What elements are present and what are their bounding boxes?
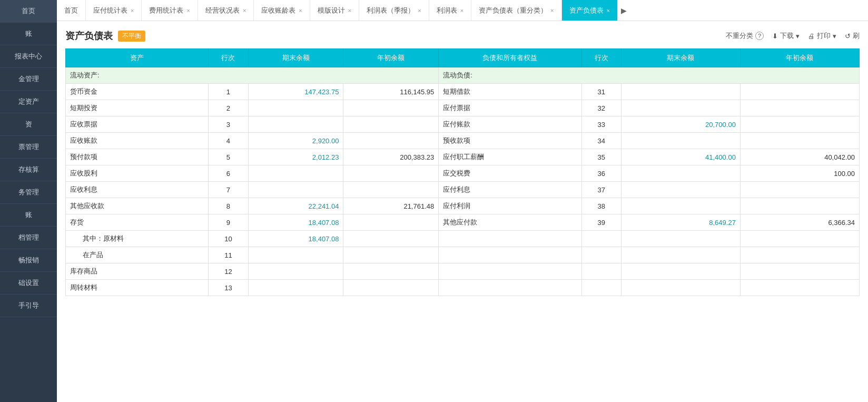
- left-row-num[interactable]: 1: [209, 84, 248, 100]
- right-row-num[interactable]: 32: [581, 100, 621, 116]
- table-row: 存货 9 18,407.08 其他应付款 39 8,649.27 6,366.3…: [66, 214, 860, 231]
- tab-receivable-aging[interactable]: 应收账龄表 ×: [254, 0, 310, 21]
- sidebar-item-ticket-mgmt[interactable]: 票管理: [0, 136, 57, 159]
- right-row-num[interactable]: 31: [581, 84, 621, 100]
- right-row-num[interactable]: 39: [581, 214, 621, 231]
- refresh-button[interactable]: ↺ 刷: [845, 31, 860, 41]
- left-label: 其中：原材料: [66, 231, 209, 247]
- right-begin-balance: [740, 116, 859, 133]
- left-end-balance[interactable]: 2,012.23: [248, 149, 343, 165]
- left-row-num[interactable]: 7: [209, 182, 248, 198]
- right-label: 应交税费: [439, 165, 581, 182]
- right-row-num[interactable]: 35: [581, 149, 621, 165]
- right-end-balance[interactable]: 20,700.00: [621, 116, 740, 133]
- sidebar-item-cash-mgmt[interactable]: 金管理: [0, 68, 57, 91]
- tab-home[interactable]: 首页: [57, 0, 86, 21]
- tab-balance-reclassified[interactable]: 资产负债表（重分类） ×: [471, 0, 561, 21]
- close-icon[interactable]: ×: [607, 7, 610, 14]
- tab-template-design[interactable]: 模版设计 ×: [310, 0, 359, 21]
- help-icon[interactable]: ?: [755, 32, 764, 40]
- left-row-num[interactable]: 11: [209, 247, 248, 263]
- sidebar-item-inventory[interactable]: 存核算: [0, 159, 57, 181]
- sidebar-item-home[interactable]: 首页: [0, 0, 57, 23]
- tab-operation-status[interactable]: 经营状况表 ×: [198, 0, 254, 21]
- left-label: 其他应收款: [66, 198, 209, 214]
- close-icon[interactable]: ×: [550, 7, 554, 14]
- sidebar-item-fixed-assets[interactable]: 定资产: [0, 91, 57, 113]
- right-begin-balance: [740, 247, 859, 263]
- left-row-num[interactable]: 3: [209, 116, 248, 133]
- col-row-num-right: 行次: [581, 49, 621, 67]
- left-row-num[interactable]: 10: [209, 231, 248, 247]
- close-icon[interactable]: ×: [418, 7, 421, 14]
- right-row-num: [581, 247, 621, 263]
- col-assets: 资产: [66, 49, 209, 67]
- right-row-num: [581, 231, 621, 247]
- right-end-balance: [621, 247, 740, 263]
- right-end-balance[interactable]: 8,649.27: [621, 214, 740, 231]
- download-button[interactable]: ⬇ 下载 ▾: [772, 31, 800, 41]
- section-right-label: 流动负债:: [439, 67, 860, 84]
- left-label: 应收票据: [66, 116, 209, 133]
- left-row-num[interactable]: 2: [209, 100, 248, 116]
- right-end-balance[interactable]: 41,400.00: [621, 149, 740, 165]
- tab-payable-stats[interactable]: 应付统计表 ×: [86, 0, 142, 21]
- right-end-balance: [621, 182, 740, 198]
- left-label: 周转材料: [66, 280, 209, 296]
- unclassified-toggle[interactable]: 不重分类 ?: [726, 31, 764, 41]
- sidebar-item-account[interactable]: 账: [0, 23, 57, 45]
- header-actions: 不重分类 ? ⬇ 下载 ▾ 🖨 打印 ▾ ↺ 刷: [726, 31, 860, 41]
- right-row-num[interactable]: 36: [581, 165, 621, 182]
- sidebar-item-capital[interactable]: 资: [0, 113, 57, 136]
- sidebar-item-guide[interactable]: 手引导: [0, 295, 57, 317]
- close-icon[interactable]: ×: [243, 7, 246, 14]
- left-begin-balance: [343, 182, 439, 198]
- right-row-num[interactable]: 34: [581, 133, 621, 149]
- tab-profit[interactable]: 利润表 ×: [429, 0, 471, 21]
- unbalanced-badge: 不平衡: [118, 31, 145, 42]
- left-row-num[interactable]: 9: [209, 214, 248, 231]
- sidebar-item-expense[interactable]: 畅报销: [0, 249, 57, 272]
- left-label: 应收账款: [66, 133, 209, 149]
- left-row-num[interactable]: 8: [209, 198, 248, 214]
- left-end-balance[interactable]: 18,407.08: [248, 231, 343, 247]
- left-row-num[interactable]: 12: [209, 263, 248, 280]
- left-end-balance: [248, 247, 343, 263]
- right-row-num[interactable]: 33: [581, 116, 621, 133]
- left-label: 在产品: [66, 247, 209, 263]
- left-end-balance[interactable]: 22,241.04: [248, 198, 343, 214]
- sidebar-item-ledger[interactable]: 账: [0, 204, 57, 227]
- right-begin-balance: [740, 198, 859, 214]
- close-icon[interactable]: ×: [186, 7, 190, 14]
- right-row-num[interactable]: 38: [581, 198, 621, 214]
- left-end-balance[interactable]: 18,407.08: [248, 214, 343, 231]
- left-end-balance[interactable]: 147,423.75: [248, 84, 343, 100]
- left-row-num[interactable]: 4: [209, 133, 248, 149]
- close-icon[interactable]: ×: [299, 7, 302, 14]
- right-row-num[interactable]: 37: [581, 182, 621, 198]
- left-row-num[interactable]: 13: [209, 280, 248, 296]
- sidebar-item-archive[interactable]: 档管理: [0, 227, 57, 249]
- table-row: 短期投资 2 应付票据 32: [66, 100, 860, 116]
- sidebar-item-affairs-mgmt[interactable]: 务管理: [0, 181, 57, 204]
- tab-scroll-right[interactable]: ▶: [618, 0, 630, 21]
- left-row-num[interactable]: 5: [209, 149, 248, 165]
- refresh-icon: ↺: [845, 32, 851, 40]
- right-label: [439, 231, 581, 247]
- left-begin-balance: [343, 100, 439, 116]
- close-icon[interactable]: ×: [460, 7, 463, 14]
- close-icon[interactable]: ×: [348, 7, 351, 14]
- right-begin-balance: [740, 280, 859, 296]
- sidebar-item-settings[interactable]: 础设置: [0, 272, 57, 295]
- left-row-num[interactable]: 6: [209, 165, 248, 182]
- print-button[interactable]: 🖨 打印 ▾: [808, 31, 836, 41]
- left-end-balance[interactable]: 2,920.00: [248, 133, 343, 149]
- tab-profit-quarterly[interactable]: 利润表（季报） ×: [359, 0, 429, 21]
- page-header: 资产负债表 不平衡 不重分类 ? ⬇ 下载 ▾ 🖨 打印 ▾: [65, 30, 860, 42]
- close-icon[interactable]: ×: [131, 7, 134, 14]
- col-begin-balance-left: 年初余额: [343, 49, 439, 67]
- tab-expense-stats[interactable]: 费用统计表 ×: [142, 0, 198, 21]
- tab-balance-sheet[interactable]: 资产负债表 ×: [562, 0, 618, 21]
- right-end-balance: [621, 165, 740, 182]
- sidebar-item-report-center[interactable]: 报表中心: [0, 45, 57, 68]
